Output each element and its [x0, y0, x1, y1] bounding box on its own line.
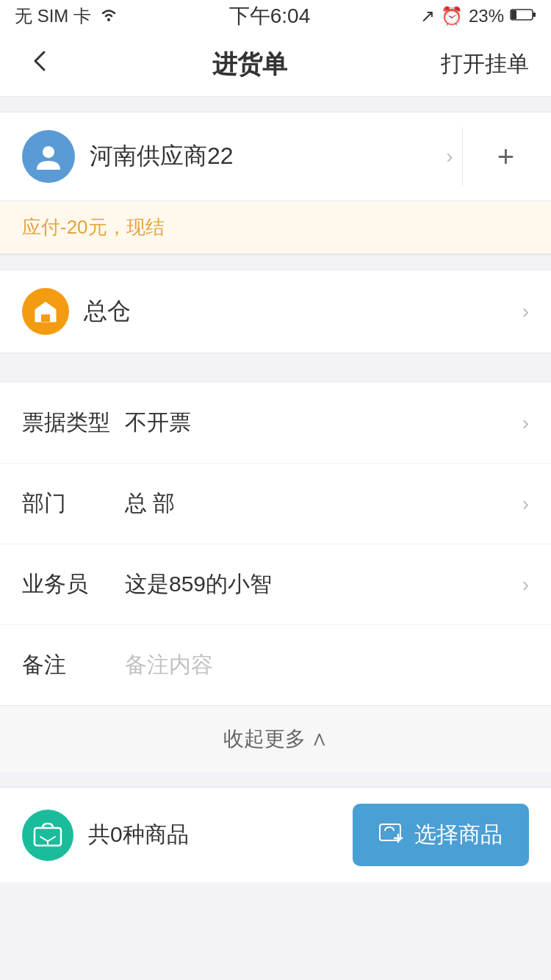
notice-bar: 应付-20元，现结: [0, 201, 551, 254]
battery-icon: [510, 6, 536, 26]
section-gap-3: [0, 353, 551, 368]
collapse-button[interactable]: 收起更多 ∧: [0, 705, 551, 772]
section-gap-2: [0, 255, 551, 270]
alarm-icon: ⏰: [441, 6, 463, 26]
add-supplier-button[interactable]: +: [483, 140, 529, 173]
open-pending-button[interactable]: 打开挂单: [441, 49, 529, 79]
status-left: 无 SIM 卡: [15, 4, 119, 28]
department-row[interactable]: 部门 总 部 ›: [0, 464, 551, 544]
supplier-chevron-icon: ›: [446, 145, 453, 168]
remark-input[interactable]: 备注内容: [125, 650, 529, 680]
supplier-row[interactable]: 河南供应商22 › +: [0, 112, 551, 201]
section-gap-1: [0, 97, 551, 112]
svg-rect-5: [41, 314, 50, 322]
supplier-avatar: [22, 130, 75, 183]
invoice-row[interactable]: 票据类型 不开票 ›: [0, 383, 551, 464]
invoice-chevron-icon: ›: [522, 411, 529, 435]
svg-rect-3: [511, 10, 516, 19]
department-chevron-icon: ›: [522, 492, 529, 516]
supplier-card: 河南供应商22 › + 应付-20元，现结: [0, 112, 551, 255]
salesman-value: 这是859的小智: [125, 569, 515, 599]
remark-row[interactable]: 备注 备注内容: [0, 625, 551, 705]
warehouse-name: 总仓: [84, 295, 522, 328]
svg-point-4: [43, 146, 54, 158]
warehouse-row[interactable]: 总仓 ›: [0, 270, 551, 353]
location-icon: ↗: [420, 6, 435, 26]
salesman-label: 业务员: [22, 569, 125, 599]
department-label: 部门: [22, 489, 125, 519]
warehouse-chevron-icon: ›: [522, 300, 529, 323]
bottom-bar: 共0种商品 选择商品: [0, 787, 551, 882]
back-button[interactable]: [22, 37, 59, 91]
department-value: 总 部: [125, 489, 515, 519]
select-product-label: 选择商品: [414, 820, 503, 850]
status-time: 下午6:04: [229, 2, 311, 30]
svg-point-0: [107, 18, 110, 21]
remark-label: 备注: [22, 650, 125, 680]
salesman-row[interactable]: 业务员 这是859的小智 ›: [0, 544, 551, 625]
product-icon: [22, 810, 73, 861]
select-product-button[interactable]: 选择商品: [353, 804, 529, 866]
battery-text: 23%: [469, 6, 504, 26]
form-section: 票据类型 不开票 › 部门 总 部 › 业务员 这是859的小智 › 备注 备注…: [0, 383, 551, 705]
page-title: 进货单: [212, 48, 287, 82]
status-right: ↗ ⏰ 23%: [420, 6, 536, 26]
wifi-icon: [98, 6, 119, 26]
select-product-icon: [379, 821, 406, 849]
page-background: [0, 882, 551, 980]
supplier-name: 河南供应商22: [90, 140, 446, 173]
invoice-value: 不开票: [125, 408, 515, 438]
invoice-label: 票据类型: [22, 408, 125, 438]
svg-rect-2: [533, 12, 536, 17]
supplier-divider: [462, 127, 463, 186]
notice-text: 应付-20元，现结: [22, 216, 165, 238]
salesman-chevron-icon: ›: [522, 573, 529, 597]
nav-bar: 进货单 打开挂单: [0, 32, 551, 97]
warehouse-icon: [22, 288, 69, 335]
status-bar: 无 SIM 卡 下午6:04 ↗ ⏰ 23%: [0, 0, 551, 32]
product-count: 共0种商品: [88, 820, 353, 850]
signal-text: 无 SIM 卡: [15, 4, 91, 28]
